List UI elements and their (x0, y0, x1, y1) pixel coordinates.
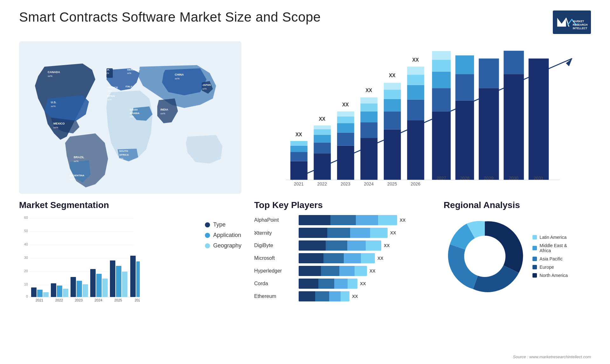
svg-text:RESEARCH: RESEARCH (573, 23, 588, 26)
svg-text:ARABIA: ARABIA (130, 112, 139, 115)
svg-text:XX: XX (412, 57, 419, 63)
svg-rect-97 (504, 74, 524, 180)
table-row: AlphaPoint XX (254, 215, 431, 225)
legend-color (532, 273, 537, 278)
svg-rect-79 (407, 85, 424, 100)
svg-rect-100 (529, 58, 549, 180)
list-item: Middle East & Africa (532, 243, 568, 253)
svg-text:xx%: xx% (74, 160, 78, 163)
svg-rect-71 (384, 111, 401, 130)
svg-text:xx%: xx% (48, 75, 52, 78)
player-name: Corda (254, 281, 295, 286)
svg-text:INTELLECT: INTELLECT (573, 27, 587, 30)
svg-text:2024: 2024 (95, 298, 102, 302)
donut-chart (444, 215, 526, 298)
svg-rect-123 (63, 289, 68, 297)
svg-text:0: 0 (26, 294, 28, 298)
legend-label-application: Application (213, 232, 241, 239)
svg-rect-121 (51, 283, 56, 297)
player-name: AlphaPoint (254, 217, 295, 223)
svg-rect-95 (479, 58, 499, 88)
svg-rect-72 (384, 99, 401, 111)
svg-text:xx%: xx% (160, 112, 165, 115)
players-list: AlphaPoint XX ℵternity (254, 215, 431, 301)
svg-text:2029: 2029 (484, 176, 494, 181)
svg-text:FRANCE: FRANCE (107, 86, 118, 89)
svg-rect-135 (122, 272, 127, 297)
svg-text:CANADA: CANADA (48, 71, 60, 74)
svg-text:2022: 2022 (317, 182, 327, 186)
svg-rect-77 (407, 120, 424, 180)
svg-rect-63 (360, 138, 377, 180)
regional-section: Regional Analysis (444, 200, 591, 305)
svg-text:2027: 2027 (437, 176, 446, 181)
legend-item-application: Application (205, 232, 241, 239)
svg-text:xx%: xx% (107, 90, 112, 92)
svg-text:xx%: xx% (119, 158, 123, 160)
svg-text:30: 30 (24, 256, 28, 260)
player-bar (299, 291, 349, 301)
svg-text:INDIA: INDIA (160, 108, 168, 111)
page-container: Smart Contracts Software Market Size and… (0, 0, 610, 364)
svg-rect-91 (455, 74, 474, 100)
segmentation-title: Market Segmentation (19, 200, 241, 210)
svg-text:10: 10 (24, 282, 28, 286)
svg-rect-46 (290, 141, 308, 146)
svg-rect-65 (360, 111, 377, 122)
player-name: DigiByte (254, 243, 295, 248)
svg-rect-49 (314, 153, 331, 180)
map-section: CANADA xx% U.S. xx% MEXICO xx% BRAZIL xx… (19, 41, 241, 194)
svg-text:BRAZIL: BRAZIL (74, 156, 84, 159)
svg-rect-51 (314, 135, 331, 143)
table-row: Microsoft XX (254, 253, 431, 263)
svg-rect-53 (314, 125, 331, 129)
svg-text:2024: 2024 (364, 182, 374, 186)
table-row: ℵternity XX (254, 228, 431, 238)
svg-rect-52 (314, 129, 331, 135)
svg-rect-134 (116, 266, 121, 297)
svg-rect-73 (384, 90, 401, 99)
player-bar (299, 240, 381, 251)
svg-rect-45 (290, 146, 308, 152)
legend-color (532, 265, 537, 269)
logo-area: MARKET RESEARCH INTELLECT (553, 10, 591, 35)
svg-rect-88 (432, 51, 451, 60)
world-map: CANADA xx% U.S. xx% MEXICO xx% BRAZIL xx… (19, 41, 241, 194)
svg-text:xx%: xx% (51, 105, 56, 108)
player-bar-container: XX (299, 291, 431, 301)
svg-rect-138 (136, 261, 140, 297)
svg-text:2023: 2023 (75, 298, 83, 302)
svg-text:xx%: xx% (175, 77, 180, 80)
player-name: ℵternity (254, 230, 295, 236)
svg-text:U.S.: U.S. (51, 101, 57, 104)
svg-text:xx%: xx% (107, 98, 112, 101)
legend-text: North America (539, 273, 568, 278)
legend-text: Europe (539, 265, 554, 270)
svg-text:2025: 2025 (387, 182, 397, 186)
svg-text:AFRICA: AFRICA (119, 153, 129, 156)
svg-text:xx%: xx% (69, 178, 74, 181)
svg-rect-50 (314, 143, 331, 153)
svg-rect-81 (407, 67, 424, 75)
svg-text:40: 40 (24, 242, 28, 246)
player-bar-container: XX (299, 253, 431, 263)
svg-text:ARGENTINA: ARGENTINA (69, 174, 85, 177)
svg-rect-67 (360, 98, 377, 104)
svg-rect-56 (337, 146, 354, 180)
svg-text:SAUDI: SAUDI (130, 108, 138, 111)
list-item: Latin America (532, 235, 568, 240)
svg-rect-60 (337, 111, 354, 117)
svg-text:GERMANY: GERMANY (127, 68, 140, 71)
svg-text:2030: 2030 (509, 176, 518, 181)
bottom-left: Market Segmentation 60 50 40 30 20 10 0 (19, 200, 241, 305)
player-value: XX (400, 218, 406, 223)
svg-text:2025: 2025 (114, 298, 122, 302)
svg-text:XX: XX (389, 73, 396, 78)
svg-rect-117 (31, 287, 37, 297)
svg-rect-119 (43, 292, 49, 297)
list-item: Europe (532, 265, 568, 270)
svg-rect-58 (337, 123, 354, 132)
svg-text:XX: XX (342, 102, 349, 107)
svg-text:2026: 2026 (135, 298, 140, 302)
svg-rect-84 (432, 111, 451, 180)
